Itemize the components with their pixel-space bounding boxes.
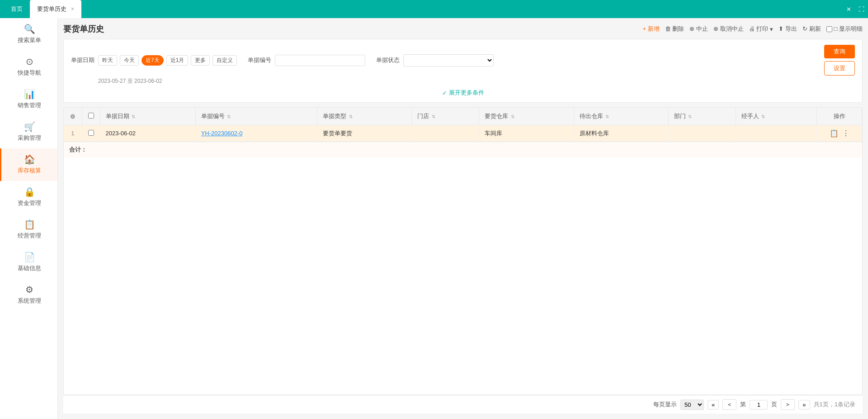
th-order-no[interactable]: 单据编号 ⇅ [195, 108, 317, 125]
action-icons: 📋 ⋮ [822, 129, 856, 138]
prev-page-btn[interactable]: ＜ [722, 399, 736, 410]
filter-settings-button[interactable]: 设置 [824, 61, 855, 76]
export-button[interactable]: ⬆ 导出 [778, 25, 797, 33]
th-pending-warehouse[interactable]: 待出仓库 ⇅ [574, 108, 668, 125]
page-number-input[interactable] [750, 400, 768, 409]
date-btn-custom[interactable]: 自定义 [212, 55, 237, 66]
topbar-right: ✕ ⛶ [846, 6, 864, 13]
refresh-button[interactable]: ↻ 刷新 [802, 25, 821, 33]
sidebar-item-basic-info[interactable]: 📄 基础信息 [0, 246, 57, 279]
sort-pending-warehouse-icon: ⇅ [605, 114, 609, 119]
date-filter-buttons: 昨天 今天 近7天 近1月 更多 自定义 [98, 55, 237, 66]
resize-window-btn[interactable]: ⛶ [859, 6, 864, 13]
date-btn-7days[interactable]: 近7天 [142, 55, 164, 66]
sidebar-item-search-menu[interactable]: 🔍 搜索菜单 [0, 18, 57, 51]
sort-store-icon: ⇅ [432, 114, 435, 119]
row-actions: 📋 ⋮ [817, 125, 862, 142]
tab-requisition-history[interactable]: 要货单历史 × [30, 0, 81, 18]
chevron-down-icon: ✓ [442, 90, 447, 96]
tab-home[interactable]: 首页 [4, 0, 30, 18]
row-department [668, 125, 736, 142]
close-window-btn[interactable]: ✕ [846, 6, 851, 13]
sidebar-item-inventory[interactable]: 🏠 库存核算 [0, 148, 57, 181]
cancel-stop-button[interactable]: ⊗ 取消中止 [713, 25, 744, 33]
date-btn-1month[interactable]: 近1月 [166, 55, 189, 66]
sidebar-item-inventory-label: 库存核算 [18, 167, 41, 175]
th-req-warehouse[interactable]: 要货仓库 ⇅ [479, 108, 574, 125]
sort-date-icon: ⇅ [132, 114, 135, 119]
system-mgmt-icon: ⚙ [25, 285, 33, 294]
sidebar-item-purchase-mgmt[interactable]: 🛒 采购管理 [0, 116, 57, 148]
row-order-no[interactable]: YH-20230602-0 [195, 125, 317, 142]
row-checkbox-cell[interactable] [82, 125, 100, 142]
order-no-input[interactable] [275, 55, 365, 66]
table-header-row: ⚙ 单据日期 ⇅ 单据编号 ⇅ 单据类型 [64, 108, 862, 125]
delete-button[interactable]: 🗑 删除 [665, 25, 684, 33]
sidebar-item-finance-mgmt-label: 资金管理 [18, 199, 41, 207]
close-tab-btn[interactable]: × [71, 6, 74, 12]
th-checkbox[interactable] [82, 108, 100, 125]
display-cell-button[interactable]: □ 显示明细 [826, 25, 863, 33]
row-req-warehouse: 车间库 [479, 125, 574, 142]
print-dropdown-icon: ▾ [770, 26, 773, 33]
row-num: 1 [64, 125, 82, 142]
sales-mgmt-icon: 📊 [24, 90, 35, 99]
row-order-type: 要货单要货 [317, 125, 412, 142]
page-label-after: 页 [771, 400, 777, 409]
th-order-type[interactable]: 单据类型 ⇅ [317, 108, 412, 125]
inventory-icon: 🏠 [24, 155, 35, 164]
sidebar-item-system-mgmt[interactable]: ⚙ 系统管理 [0, 279, 57, 311]
pagination: 每页显示 50 20 100 « ＜ 第 页 ＞ » 共1页，1条记录 [63, 395, 863, 414]
new-button[interactable]: + 新增 [643, 25, 660, 33]
select-all-checkbox[interactable] [88, 113, 94, 119]
sidebar-item-operations-mgmt[interactable]: 📋 经营管理 [0, 214, 57, 246]
filter-row: 单据日期 昨天 今天 近7天 近1月 更多 自定义 单据编号 [71, 45, 855, 76]
sidebar-item-sales-mgmt[interactable]: 📊 销售管理 [0, 83, 57, 116]
sidebar-item-quick-nav[interactable]: ⊙ 快捷导航 [0, 51, 57, 83]
row-handler [736, 125, 816, 142]
status-select[interactable] [403, 54, 494, 67]
order-no-label: 单据编号 [248, 56, 271, 64]
sort-order-type-icon: ⇅ [349, 114, 353, 119]
topbar: 首页 要货单历史 × ✕ ⛶ [0, 0, 868, 18]
date-range-display: 2023-05-27 至 2023-06-02 [98, 78, 162, 84]
page-label-before: 第 [740, 400, 746, 409]
next-page-btn[interactable]: ＞ [781, 399, 795, 410]
search-menu-icon: 🔍 [24, 24, 35, 33]
display-cell-checkbox[interactable] [826, 26, 832, 32]
page-size-select[interactable]: 50 20 100 [680, 400, 704, 410]
sidebar: 🔍 搜索菜单 ⊙ 快捷导航 📊 销售管理 🛒 采购管理 🏠 库存核算 🔒 资金管… [0, 18, 58, 419]
more-action-icon[interactable]: ⋮ [842, 129, 849, 138]
quick-nav-icon: ⊙ [26, 57, 33, 66]
table-footer: 合计： [64, 142, 862, 157]
stop-button[interactable]: ⊗ 中止 [689, 25, 708, 33]
th-settings[interactable]: ⚙ [64, 108, 82, 125]
sort-handler-icon: ⇅ [761, 114, 765, 119]
print-button[interactable]: 🖨 打印 ▾ [749, 25, 774, 33]
sidebar-item-finance-mgmt[interactable]: 🔒 资金管理 [0, 181, 57, 214]
expand-more-btn[interactable]: ✓ 展开更多条件 [71, 89, 855, 97]
th-handler[interactable]: 经手人 ⇅ [736, 108, 816, 125]
total-label: 合计： [69, 146, 87, 154]
table-container: ⚙ 单据日期 ⇅ 单据编号 ⇅ 单据类型 [63, 107, 863, 395]
sort-req-warehouse-icon: ⇅ [511, 114, 514, 119]
edit-action-icon[interactable]: 📋 [830, 129, 839, 138]
th-date[interactable]: 单据日期 ⇅ [100, 108, 195, 125]
date-btn-more[interactable]: 更多 [191, 55, 210, 66]
date-btn-yesterday[interactable]: 昨天 [98, 55, 117, 66]
basic-info-icon: 📄 [24, 252, 35, 262]
th-store[interactable]: 门店 ⇅ [412, 108, 479, 125]
total-info: 共1页，1条记录 [814, 400, 855, 409]
row-checkbox[interactable] [88, 130, 94, 136]
sidebar-item-operations-mgmt-label: 经营管理 [18, 232, 41, 240]
last-page-btn[interactable]: » [798, 400, 810, 409]
first-page-btn[interactable]: « [708, 400, 719, 409]
query-button[interactable]: 查询 [824, 45, 855, 58]
th-department[interactable]: 部门 ⇅ [668, 108, 736, 125]
sidebar-item-basic-info-label: 基础信息 [18, 264, 41, 272]
date-btn-today[interactable]: 今天 [120, 55, 139, 66]
toolbar: + 新增 🗑 删除 ⊗ 中止 ⊗ 取消中止 🖨 打印 ▾ ⬆ 导出 [643, 25, 863, 33]
status-filter-item: 单据状态 [376, 54, 494, 67]
table-row: 1 2023-06-02 YH-20230602-0 要货单要货 车间库 原材料… [64, 125, 862, 142]
th-actions: 操作 [817, 108, 862, 125]
